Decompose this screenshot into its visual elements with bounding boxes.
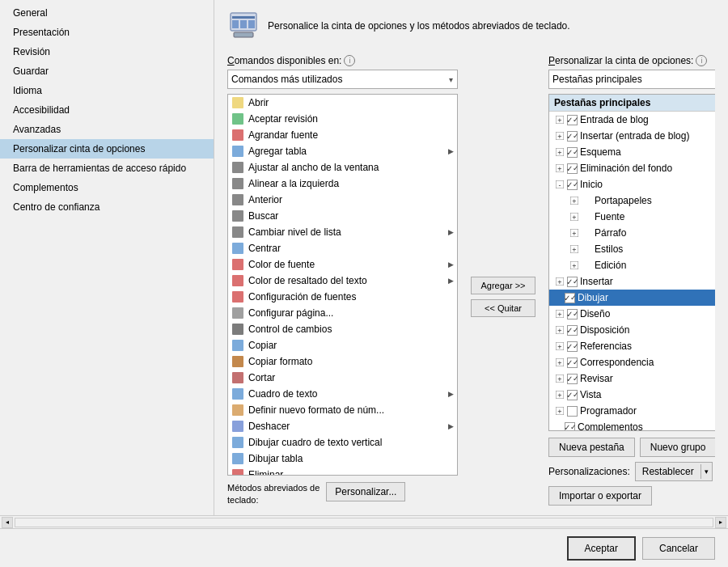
tree-expand-icon[interactable]: + (569, 211, 580, 222)
tree-checkbox[interactable] (567, 406, 578, 417)
command-item[interactable]: Aceptar revisión (228, 111, 457, 127)
tree-expand-icon[interactable]: + (554, 357, 565, 368)
tree-item[interactable]: + Fuente (549, 209, 715, 225)
command-item[interactable]: Alinear a la izquierda (228, 176, 457, 192)
command-item[interactable]: Agrandar fuente (228, 127, 457, 143)
tree-expand-icon[interactable]: + (554, 114, 565, 125)
command-item[interactable]: Cambiar nivel de lista▶ (228, 224, 457, 240)
tree-item[interactable]: + ✓Revisar (549, 370, 715, 387)
sidebar-item-guardar[interactable]: Guardar (0, 61, 214, 81)
command-item[interactable]: Deshacer▶ (228, 418, 457, 434)
command-item[interactable]: Eliminar (228, 467, 457, 475)
tree-item[interactable]: + ✓Eliminación del fondo (549, 160, 715, 176)
command-item[interactable]: Copiar formato (228, 353, 457, 370)
tree-item[interactable]: + Programador (549, 403, 715, 419)
tree-expand-icon[interactable]: + (554, 405, 565, 417)
tree-checkbox[interactable]: ✓ (567, 325, 578, 336)
tree-expand-icon[interactable]: + (554, 308, 565, 319)
command-item[interactable]: Configurar página... (228, 305, 457, 321)
left-dropdown[interactable]: Comandos más utilizados Comandos que no … (227, 70, 458, 89)
scroll-track[interactable] (15, 518, 713, 527)
tree-item[interactable]: + ✓Insertar (549, 273, 715, 290)
tree-item[interactable]: ✓Complementos (549, 419, 715, 431)
cancelar-button[interactable]: Cancelar (642, 537, 715, 560)
tree-expand-icon[interactable]: + (569, 260, 580, 271)
tree-item[interactable]: + ✓Disposición (549, 322, 715, 338)
tree-checkbox[interactable]: ✓ (565, 293, 575, 303)
tree-checkbox[interactable]: ✓ (565, 422, 575, 432)
tree-checkbox[interactable]: ✓ (567, 358, 578, 368)
command-item[interactable]: Color de fuente▶ (228, 256, 457, 273)
right-info-icon[interactable]: i (696, 55, 707, 66)
tree-expand-icon[interactable]: + (554, 146, 565, 158)
nueva-pestana-button[interactable]: Nueva pestaña (548, 438, 635, 457)
command-item[interactable]: Cortar (228, 370, 457, 386)
tree-item[interactable]: + Edición (549, 257, 715, 273)
tree-checkbox[interactable]: ✓ (567, 115, 578, 125)
tree-item[interactable]: + ✓Diseño (549, 306, 715, 322)
tree-expand-icon[interactable]: + (554, 130, 565, 142)
left-info-icon[interactable]: i (344, 55, 355, 66)
tree-checkbox[interactable]: ✓ (567, 341, 578, 352)
tree-item[interactable]: ✓Dibujar (549, 290, 715, 306)
restablecer-dropdown[interactable]: Restablecer ▾ (635, 462, 713, 481)
command-item[interactable]: Centrar (228, 240, 457, 256)
command-item[interactable]: Color de resaltado del texto▶ (228, 273, 457, 289)
tree-item[interactable]: + ✓Esquema (549, 144, 715, 160)
sidebar-item-presentación[interactable]: Presentación (0, 23, 214, 42)
tree-item[interactable]: + ✓Referencias (549, 338, 715, 354)
command-item[interactable]: Cuadro de texto▶ (228, 386, 457, 402)
tree-expand-icon[interactable]: + (554, 389, 565, 400)
tree-checkbox[interactable]: ✓ (567, 277, 578, 287)
scroll-right-button[interactable]: ▸ (715, 517, 726, 528)
quitar-button[interactable]: << Quitar (471, 299, 535, 317)
aceptar-button[interactable]: Aceptar (567, 536, 636, 561)
command-item[interactable]: Buscar (228, 208, 457, 224)
tree-expand-icon[interactable]: + (554, 341, 565, 352)
sidebar-item-personalizar-cinta-de-opciones[interactable]: Personalizar cinta de opciones (0, 139, 214, 159)
tree-item[interactable]: + ✓Vista (549, 387, 715, 403)
tree-expand-icon[interactable]: + (554, 373, 565, 384)
right-dropdown[interactable]: Pestañas principales Pestañas de herrami… (548, 70, 715, 89)
command-item[interactable]: Control de cambios (228, 321, 457, 337)
restablecer-button[interactable]: Restablecer (636, 463, 700, 480)
tree-checkbox[interactable]: ✓ (567, 147, 578, 158)
tree-item[interactable]: + ✓Correspondencia (549, 354, 715, 370)
tree-item[interactable]: + Portapapeles (549, 193, 715, 209)
tree-expand-icon[interactable]: + (554, 276, 565, 287)
tree-expand-icon[interactable]: + (569, 243, 580, 255)
tree-expand-icon[interactable]: + (569, 227, 580, 239)
scroll-left-button[interactable]: ◂ (2, 517, 13, 528)
tree-expand-icon[interactable]: + (569, 195, 580, 206)
command-item[interactable]: Copiar (228, 337, 457, 353)
sidebar-item-accesibilidad[interactable]: Accesibilidad (0, 100, 214, 120)
restablecer-arrow[interactable]: ▾ (700, 464, 712, 479)
command-item[interactable]: Abrir (228, 95, 457, 111)
nuevo-grupo-button[interactable]: Nuevo grupo (640, 438, 715, 457)
tree-item[interactable]: - ✓Inicio (549, 176, 715, 193)
sidebar-item-barra-de-herramientas-de-acceso-rápido[interactable]: Barra de herramientas de acceso rápido (0, 159, 214, 178)
tree-item[interactable]: + Párrafo (549, 225, 715, 241)
sidebar-item-revisión[interactable]: Revisión (0, 42, 214, 61)
command-item[interactable]: Agregar tabla▶ (228, 143, 457, 159)
tree-checkbox[interactable]: ✓ (567, 180, 578, 190)
tree-expand-icon[interactable]: - (554, 179, 565, 190)
sidebar-item-avanzadas[interactable]: Avanzadas (0, 120, 214, 139)
tree-checkbox[interactable]: ✓ (567, 374, 578, 384)
agregar-button[interactable]: Agregar >> (471, 277, 535, 294)
sidebar-item-centro-de-confianza[interactable]: Centro de confianza (0, 197, 214, 217)
tree-item[interactable]: + Estilos (549, 241, 715, 257)
tree-expand-icon[interactable]: + (554, 163, 565, 174)
sidebar-item-idioma[interactable]: Idioma (0, 81, 214, 100)
tree-checkbox[interactable]: ✓ (567, 309, 578, 319)
command-item[interactable]: Configuración de fuentes (228, 289, 457, 305)
command-item[interactable]: Dibujar tabla (228, 451, 457, 467)
tree-item[interactable]: + ✓Insertar (entrada de blog) (549, 128, 715, 144)
sidebar-item-complementos[interactable]: Complementos (0, 178, 214, 197)
command-item[interactable]: Dibujar cuadro de texto vertical (228, 434, 457, 451)
tree-checkbox[interactable]: ✓ (567, 390, 578, 400)
command-item[interactable]: Definir nuevo formato de núm... (228, 402, 457, 418)
tree-checkbox[interactable]: ✓ (567, 131, 578, 142)
tree-expand-icon[interactable]: + (554, 324, 565, 336)
tree-item[interactable]: + ✓Entrada de blog (549, 112, 715, 128)
